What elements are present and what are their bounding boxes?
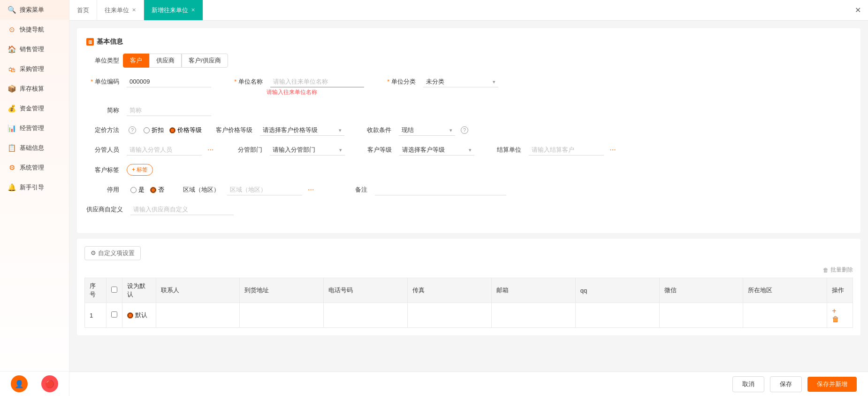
disabled-radio-group: 是 否 [130,186,164,194]
select-all-checkbox[interactable] [111,287,117,293]
table-header-row: 序号 设为默认 联系人 到货地址 电话号码 传真 邮箱 qq 微信 所在地区 操… [85,278,853,303]
code-name-row: 单位编码 单位名称 请输入往来单位名称 单位分类 未分类 [86,76,851,96]
customer-price-level-label: 客户价格等级 [216,126,252,134]
user-avatar[interactable]: 👤 [11,375,28,392]
customer-tag-row: 客户标签 + 标签 [86,164,851,176]
fax-input[interactable] [412,312,487,319]
add-tag-button[interactable]: + 标签 [127,164,153,176]
email-input[interactable] [496,312,571,319]
delete-icon: 🗑 [823,267,829,273]
unit-code-input[interactable] [127,76,211,87]
notification-btn[interactable]: 🔴 [41,375,58,392]
row-area[interactable] [743,303,827,328]
row-delete-icon[interactable]: 🗑 [832,315,839,323]
save-new-button[interactable]: 保存并新增 [807,377,857,392]
sidebar-item-search[interactable]: 🔍 搜索菜单 [0,0,69,20]
region-input[interactable] [227,184,302,195]
department-item: 分管部门 请输入分管部门 [229,144,345,155]
cart-icon: 🛍 [8,65,16,73]
col-action: 操作 [827,278,853,303]
radio-discount[interactable]: 折扣 [144,126,164,134]
footer: 取消 保存 保存并新增 [69,372,868,396]
unit-type-item: 单位类型 客户 供应商 客户/供应商 [86,54,228,68]
col-qq: qq [575,278,659,303]
supplier-custom-item: 供应商自定义 [86,204,234,215]
tab-new-partner-close[interactable]: ✕ [191,7,195,13]
sidebar-item-finance[interactable]: 💰 资金管理 [0,99,69,118]
remark-input[interactable] [375,184,506,195]
area-input[interactable] [748,312,822,319]
row-wechat[interactable] [659,303,743,328]
unit-category-select[interactable]: 未分类 [423,76,498,87]
supervisor-input[interactable] [127,144,202,155]
pricing-radio-group: 折扣 价格等级 [144,126,202,134]
supervisor-dots-btn[interactable]: ··· [206,146,215,154]
region-dots-btn[interactable]: ··· [306,186,316,194]
radio-no[interactable]: 否 [150,186,164,194]
sidebar-item-newbie[interactable]: 🔔 新手引导 [0,178,69,197]
btn-customer[interactable]: 客户 [123,54,149,68]
contact-input[interactable] [161,312,235,319]
save-button[interactable]: 保存 [770,376,802,392]
unit-code-item: 单位编码 [86,76,211,87]
sidebar-item-sales[interactable]: 🏠 销售管理 [0,39,69,59]
payment-terms-select[interactable]: 现结 [399,124,455,136]
row-contact[interactable] [156,303,240,328]
sidebar-item-basic[interactable]: 📋 基础信息 [0,138,69,158]
pricing-help-icon[interactable]: ? [129,126,136,134]
col-email: 邮箱 [491,278,575,303]
customer-price-level-select[interactable]: 请选择客户价格等级 [260,124,344,136]
tab-partners[interactable]: 往来单位 ✕ [97,0,144,20]
remark-label: 备注 [335,186,367,194]
row-email[interactable] [491,303,575,328]
row-address[interactable] [240,303,324,328]
window-close-button[interactable]: ✕ [847,0,868,21]
box-icon: 📦 [8,85,16,93]
payment-help-icon[interactable]: ? [461,126,468,134]
col-contact: 联系人 [156,278,240,303]
settlement-dots-btn[interactable]: ··· [608,146,617,154]
settlement-input[interactable] [529,144,604,155]
qq-input[interactable] [580,312,655,319]
cancel-button[interactable]: 取消 [732,376,764,392]
unit-name-error: 请输入往来单位名称 [266,88,364,96]
sidebar-item-system[interactable]: ⚙ 系统管理 [0,158,69,178]
settlement-label: 结算单位 [488,146,521,154]
sidebar-item-purchase[interactable]: 🛍 采购管理 [0,59,69,79]
unit-category-item: 单位分类 未分类 [383,76,498,87]
supplier-custom-row: 供应商自定义 [86,204,851,215]
row-add-icon[interactable]: + [832,307,836,315]
wechat-input[interactable] [664,312,739,319]
supplier-custom-input[interactable] [130,204,234,215]
row-checkbox-input[interactable] [111,311,117,318]
row-checkbox [107,303,122,328]
address-input[interactable] [244,312,319,319]
radio-yes[interactable]: 是 [130,186,145,194]
row-default-radio[interactable]: 默认 [127,311,151,319]
money-icon: 💰 [8,104,16,113]
unit-name-input[interactable] [270,76,364,87]
contacts-table: 序号 设为默认 联系人 到货地址 电话号码 传真 邮箱 qq 微信 所在地区 操… [84,278,853,328]
abbr-input[interactable] [127,105,211,116]
row-phone[interactable] [324,303,408,328]
department-select[interactable]: 请输入分管部门 [270,144,345,155]
sidebar-item-inventory[interactable]: 📦 库存核算 [0,79,69,99]
row-qq[interactable] [575,303,659,328]
row-fax[interactable] [408,303,492,328]
table-toolbar: 🗑 批量删除 [84,266,853,274]
unit-code-label: 单位编码 [86,78,119,86]
radio-price-level[interactable]: 价格等级 [169,126,202,134]
tab-home[interactable]: 首页 [69,0,97,20]
phone-input[interactable] [328,312,403,319]
btn-supplier[interactable]: 供应商 [149,54,182,68]
customer-level-select[interactable]: 请选择客户等级 [399,144,474,155]
tab-new-partner[interactable]: 新增往来单位 ✕ [144,0,203,20]
custom-settings-button[interactable]: ⚙ 自定义项设置 [84,246,141,260]
btn-both[interactable]: 客户/供应商 [182,54,228,68]
col-area: 所在地区 [743,278,827,303]
customer-level-item: 客户等级 请选择客户等级 [359,144,474,155]
sidebar-item-quicknav[interactable]: ⊙ 快捷导航 [0,20,69,39]
tab-partners-close[interactable]: ✕ [132,7,136,13]
batch-delete-button[interactable]: 🗑 批量删除 [823,266,853,274]
sidebar-item-operation[interactable]: 📊 经营管理 [0,118,69,138]
